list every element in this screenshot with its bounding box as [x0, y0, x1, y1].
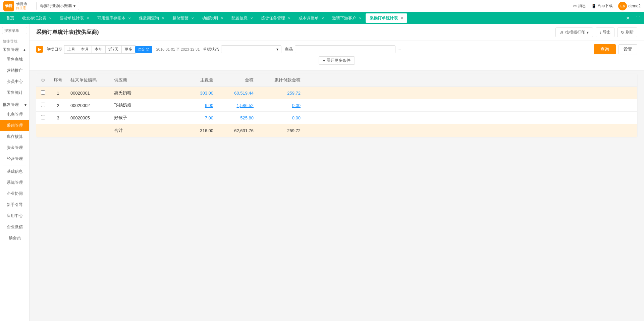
amount-link[interactable]: 60,519.44 — [234, 91, 254, 96]
tab-close-icon[interactable]: ✕ — [359, 16, 362, 20]
app-download-btn[interactable]: 📱 App下载 — [591, 3, 613, 9]
table-row[interactable]: 3 00020005 好孩子 7.00 525.80 0.00 — [36, 112, 637, 124]
sidebar-item-member-vip[interactable]: 畅会员 — [0, 232, 29, 244]
tab-close-icon[interactable]: ✕ — [321, 16, 324, 20]
cell-checkbox[interactable] — [36, 112, 50, 124]
qty-link[interactable]: 7.00 — [205, 115, 213, 120]
filter-expand-row: ▾ 展开更多条件 — [36, 54, 637, 67]
workspace-selector[interactable]: 母婴行业演示账套 ▾ — [36, 2, 79, 10]
sidebar-item-ecommerce[interactable]: 电商管理 — [0, 109, 29, 120]
tab-baozhi[interactable]: 保质期查询 ✕ — [135, 13, 168, 23]
tab-close-icon[interactable]: ✕ — [162, 16, 164, 20]
sidebar-item-label: 企业协同 — [7, 191, 23, 197]
table-row[interactable]: 1 00020001 惠氏奶粉 303.00 60,519.44 259.72 — [36, 87, 637, 99]
tab-label: 要货单统计表 — [60, 15, 84, 21]
cell-amount: 60,519.44 — [217, 87, 258, 99]
tab-chengben[interactable]: 成本调整单 ✕ — [294, 13, 328, 23]
settings-button[interactable]: 设置 — [619, 44, 637, 54]
sidebar-item-enterprise[interactable]: 企业协同 — [0, 188, 29, 199]
date-btn-this-month[interactable]: 本月 — [78, 45, 92, 54]
tab-label: 超储预警 — [172, 15, 189, 21]
table-row[interactable]: 2 00020002 飞鹤奶粉 6.00 1,586.52 0.00 — [36, 99, 637, 112]
export-button[interactable]: ↓ 导出 — [596, 28, 614, 37]
date-btn-7days[interactable]: 近7天 — [105, 45, 122, 54]
sidebar-item-system[interactable]: 系统管理 — [0, 177, 29, 188]
nav-maximize-btn[interactable]: ⛶ — [634, 14, 642, 22]
filter-collapse-button[interactable]: ▶ — [36, 46, 43, 53]
sidebar-item-marketing[interactable]: 营销推广 — [0, 65, 29, 76]
workspace-label: 母婴行业演示账套 — [40, 3, 72, 9]
print-button[interactable]: 🖨 按模板打印 ▾ — [555, 28, 593, 37]
date-btn-more[interactable]: 更多 — [121, 45, 136, 54]
tab-label: 邀请下游客户 — [332, 15, 356, 21]
query-button[interactable]: 查询 — [594, 44, 616, 54]
sidebar-item-new-guide[interactable]: 新手引导 — [0, 199, 29, 210]
sidebar-item-inventory[interactable]: 库存核算 — [0, 131, 29, 142]
cell-checkbox[interactable] — [36, 99, 50, 112]
page-header: 采购订单统计表(按供应商) 🖨 按模板打印 ▾ ↓ 导出 ↻ 刷新 — [30, 24, 644, 41]
tab-chaochu[interactable]: 超储预警 ✕ — [168, 13, 198, 23]
tab-close-icon[interactable]: ✕ — [221, 16, 223, 20]
date-btn-this-year[interactable]: 本年 — [92, 45, 106, 54]
tab-close-icon[interactable]: ✕ — [49, 16, 52, 20]
sidebar-item-retail-stats[interactable]: 零售统计 — [0, 87, 29, 98]
tab-close-icon[interactable]: ✕ — [250, 16, 253, 20]
amount-link[interactable]: 525.80 — [240, 115, 254, 120]
expand-more-button[interactable]: ▾ 展开更多条件 — [319, 56, 355, 65]
sidebar-item-finance[interactable]: 资金管理 — [0, 142, 29, 153]
tab-yaohuo[interactable]: 要货单统计表 ✕ — [56, 13, 93, 23]
status-select[interactable]: ▾ — [221, 45, 281, 53]
goods-more-icon[interactable]: ··· — [397, 47, 401, 52]
date-btn-last-month[interactable]: 上月 — [64, 45, 78, 54]
tab-peizhi[interactable]: 配置信息 ✕ — [227, 13, 257, 23]
message-btn[interactable]: ✉ 消息 — [573, 3, 586, 9]
sidebar-item-ops[interactable]: 经营管理 — [0, 153, 29, 164]
date-btn-custom[interactable]: 自定义 — [135, 46, 152, 53]
qty-link[interactable]: 303.00 — [200, 91, 213, 96]
sidebar-item-app-center[interactable]: 应用中心 — [0, 210, 29, 221]
amount-link[interactable]: 1,586.52 — [236, 103, 254, 108]
tab-yaoqing[interactable]: 邀请下游客户 ✕ — [328, 13, 366, 23]
paid-link[interactable]: 0.00 — [292, 115, 301, 120]
sidebar-item-member[interactable]: 会员中心 — [0, 76, 29, 87]
paid-link[interactable]: 259.72 — [287, 91, 301, 96]
nav-minimize-btn[interactable]: ✕ — [624, 14, 632, 22]
tab-gongneng[interactable]: 功能说明 ✕ — [198, 13, 227, 23]
footer-qty: 316.00 — [177, 124, 217, 137]
tab-caigou-active[interactable]: 采购订单统计表 ✕ — [366, 13, 407, 23]
cell-qty: 7.00 — [177, 112, 217, 124]
export-label: 导出 — [603, 30, 611, 35]
sidebar-item-basic-info[interactable]: 基础信息 — [0, 166, 29, 177]
tab-close-icon[interactable]: ✕ — [400, 16, 403, 20]
tab-close-icon[interactable]: ✕ — [191, 16, 194, 20]
sidebar-item-wholesale[interactable]: 批发管理 ▾ — [0, 100, 29, 109]
tab-keyongliang[interactable]: 可用量库存账本 ✕ — [93, 13, 135, 23]
user-area[interactable]: Ea demo2 — [618, 2, 641, 10]
tab-close-icon[interactable]: ✕ — [288, 16, 290, 20]
gear-icon[interactable]: ⚙ — [41, 77, 45, 83]
row-checkbox[interactable] — [41, 103, 45, 107]
tab-close-icon[interactable]: ✕ — [87, 16, 89, 20]
sidebar-item-retail-store[interactable]: 零售商城 — [0, 54, 29, 65]
refresh-button[interactable]: ↻ 刷新 — [617, 28, 637, 37]
divider — [3, 99, 26, 99]
sidebar-item-label: 会员中心 — [7, 79, 23, 85]
tab-shoufacun[interactable]: 收发存汇总表 ✕ — [18, 13, 56, 23]
tab-home[interactable]: 首页 — [2, 13, 18, 23]
sidebar-item-purchase[interactable]: 采购管理 — [0, 120, 29, 131]
filter-row-main: ▶ 单据日期 上月 本月 本年 近7天 更多 自定义 2016-01-01 至 … — [36, 44, 637, 54]
goods-input[interactable] — [295, 45, 395, 53]
tab-jianhuo[interactable]: 拣货任务管理 ✕ — [257, 13, 294, 23]
sidebar-item-enterprise-wechat[interactable]: 企业微信 — [0, 221, 29, 232]
paid-link[interactable]: 0.00 — [292, 103, 301, 108]
row-checkbox[interactable] — [41, 90, 45, 95]
cell-checkbox[interactable] — [36, 87, 50, 99]
tab-close-icon[interactable]: ✕ — [128, 16, 131, 20]
sidebar-item-retail-management[interactable]: 零售管理 ▲ — [0, 45, 29, 54]
search-input[interactable] — [2, 27, 27, 34]
qty-link[interactable]: 6.00 — [205, 103, 213, 108]
col-header-qty: 主数量 — [177, 74, 217, 87]
row-checkbox[interactable] — [41, 115, 45, 119]
tab-label: 采购订单统计表 — [370, 15, 398, 21]
footer-extra — [305, 124, 637, 137]
